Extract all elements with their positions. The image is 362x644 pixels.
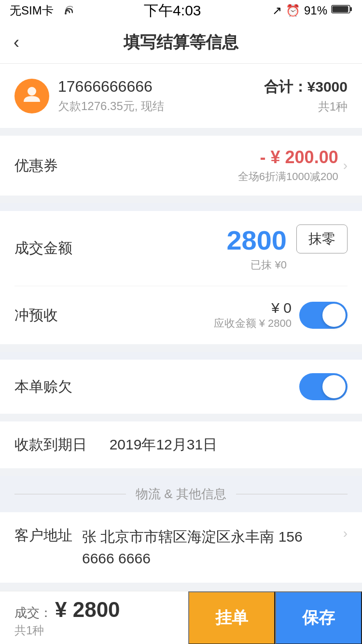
customer-phone: 17666666666 — [58, 78, 164, 96]
svg-point-4 — [28, 87, 36, 96]
toggle-knob — [322, 304, 346, 327]
customer-info: 17666666666 欠款1276.35元, 现结 — [58, 78, 164, 114]
logistics-divider: 物流 & 其他信息 — [0, 476, 362, 512]
status-right: ↗ ⏰ 91% — [272, 4, 352, 17]
status-bar: 无SIM卡 下午4:03 ↗ ⏰ 91% — [0, 0, 362, 21]
svg-rect-2 — [350, 7, 352, 11]
customer-right: 合计：¥3000 共1种 — [264, 77, 348, 114]
coupon-right: - ¥ 200.00 全场6折满1000减200 › — [238, 147, 348, 184]
total-amount: 合计：¥3000 — [264, 77, 348, 97]
battery-text: 91% — [304, 4, 327, 17]
content-area: 17666666666 欠款1276.35元, 现结 合计：¥3000 共1种 … — [0, 64, 362, 644]
address-label: 客户地址 — [14, 526, 72, 546]
debt-card: 本单赊欠 — [0, 360, 362, 414]
customer-debt: 欠款1276.35元, 现结 — [58, 98, 164, 114]
save-button[interactable]: 保存 — [275, 591, 362, 644]
coupon-label: 优惠券 — [14, 156, 58, 176]
no-sim-text: 无SIM卡 — [10, 3, 54, 18]
coupon-top: 优惠券 - ¥ 200.00 全场6折满1000减200 › — [14, 147, 348, 184]
customer-card: 17666666666 欠款1276.35元, 现结 合计：¥3000 共1种 — [0, 64, 362, 128]
prepayment-value-col: ¥ 0 应收金额 ¥ 2800 — [214, 300, 292, 331]
divider-line-right — [236, 494, 348, 494]
debt-toggle[interactable] — [299, 373, 348, 400]
deal-amount-row: 成交金额 2800 已抹 ¥0 抹零 — [14, 211, 348, 286]
coupon-amount: - ¥ 200.00 — [238, 147, 338, 168]
due-date-value: 2019年12月31日 — [110, 436, 217, 452]
deal-amount-value: 2800 — [226, 224, 287, 256]
amount-col: 2800 已抹 ¥0 — [226, 224, 287, 272]
divider-line-left — [14, 494, 126, 494]
coupon-card[interactable]: 优惠券 - ¥ 200.00 全场6折满1000减200 › — [0, 136, 362, 196]
back-icon: ‹ — [14, 32, 19, 52]
alarm-icon: ⏰ — [286, 4, 300, 17]
svg-point-0 — [65, 13, 67, 14]
battery-icon — [331, 4, 352, 17]
divider-2 — [0, 352, 362, 360]
avatar-icon — [22, 84, 42, 108]
deal-amount-sub: 已抹 ¥0 — [251, 258, 287, 272]
logistics-label: 物流 & 其他信息 — [136, 486, 226, 503]
deal-amount-right: 2800 已抹 ¥0 抹零 — [226, 224, 348, 272]
coupon-chevron: › — [343, 158, 348, 173]
due-date-label: 收款到期日 2019年12月31日 — [14, 436, 217, 452]
divider-1 — [0, 203, 362, 211]
prepayment-sub: 应收金额 ¥ 2800 — [214, 316, 292, 331]
amount-section: 成交金额 2800 已抹 ¥0 抹零 冲预收 ¥ 0 应收金额 ¥ 2800 — [0, 211, 362, 344]
debt-row: 本单赊欠 — [0, 360, 362, 414]
debt-label: 本单赊欠 — [14, 377, 72, 397]
due-date-key: 收款到期日 — [14, 436, 87, 452]
total-count: 共1种 — [264, 99, 348, 114]
hang-button[interactable]: 挂单 — [188, 591, 275, 644]
coupon-desc: 全场6折满1000减200 — [238, 169, 338, 184]
prepayment-row: 冲预收 ¥ 0 应收金额 ¥ 2800 — [14, 286, 348, 344]
prepayment-toggle[interactable] — [299, 302, 348, 329]
prepayment-label: 冲预收 — [14, 306, 58, 325]
location-icon: ↗ — [272, 4, 282, 17]
bottom-left: 成交： ¥ 2800 共1种 — [0, 598, 188, 638]
avatar — [14, 79, 49, 113]
status-left: 无SIM卡 — [10, 3, 73, 18]
round-button[interactable]: 抹零 — [296, 224, 348, 253]
back-button[interactable]: ‹ — [14, 32, 19, 53]
bottom-total-amount: ¥ 2800 — [55, 598, 120, 622]
svg-rect-3 — [332, 6, 348, 13]
nav-bar: ‹ 填写结算等信息 — [0, 21, 362, 64]
address-chevron: › — [343, 526, 348, 541]
status-time: 下午4:03 — [144, 1, 201, 21]
debt-toggle-knob — [322, 375, 346, 398]
prepayment-value: ¥ 0 — [214, 300, 292, 316]
address-value: 张 北京市市辖区海淀区永丰南 156 6666 6666 — [82, 526, 338, 569]
customer-row: 17666666666 欠款1276.35元, 现结 合计：¥3000 共1种 — [0, 64, 362, 128]
deal-amount-label: 成交金额 — [14, 238, 72, 258]
page-title: 填写结算等信息 — [124, 31, 238, 54]
due-date-card: 收款到期日 2019年12月31日 — [0, 421, 362, 468]
wifi-icon — [58, 4, 73, 17]
bottom-total-label: 成交： — [14, 604, 52, 621]
due-date-spacer — [91, 436, 105, 452]
bottom-bar: 成交： ¥ 2800 共1种 挂单 保存 — [0, 591, 362, 644]
customer-left: 17666666666 欠款1276.35元, 现结 — [14, 78, 164, 114]
bottom-count: 共1种 — [14, 623, 174, 638]
address-card[interactable]: 客户地址 张 北京市市辖区海淀区永丰南 156 6666 6666 › — [0, 512, 362, 583]
prepayment-right: ¥ 0 应收金额 ¥ 2800 — [214, 300, 348, 331]
